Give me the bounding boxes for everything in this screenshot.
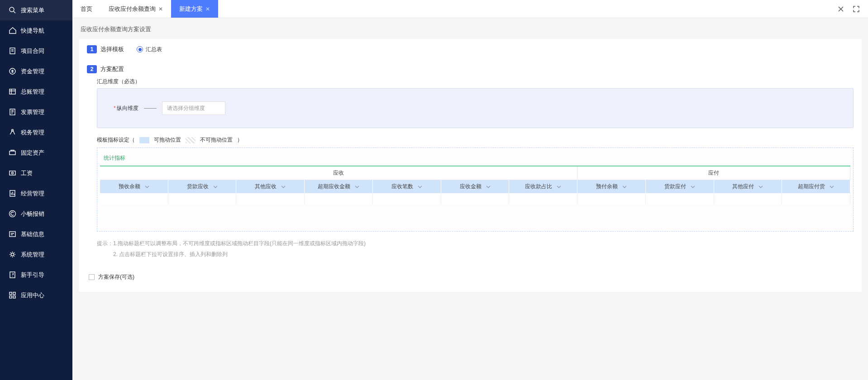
sidebar-item-label: 基础信息 [21,230,44,238]
tab-0[interactable]: 首页 [72,0,100,18]
step-1-badge: 1 [87,45,97,53]
column-header[interactable]: 预付余额 [577,180,646,193]
fullscreen-button[interactable] [851,4,862,14]
template-radio-summary[interactable]: 汇总表 [137,46,162,53]
svg-rect-7 [10,171,15,175]
column-label: 应收笔数 [391,183,413,190]
column-header[interactable]: 预收余额 [100,180,168,193]
column-header[interactable]: 其他应付 [714,180,782,193]
column-label: 货款应付 [664,183,686,190]
asset-icon [8,149,16,157]
chevron-down-icon [557,185,561,188]
sidebar-item-label: 快捷导航 [21,27,44,35]
svg-point-12 [11,253,14,256]
hints: 提示：1.拖动标题栏可以调整布局，不可跨维度或指标区域拖动栏目字段(只能在同一维… [97,238,854,260]
sidebar-item-label: 搜索菜单 [21,6,44,14]
step-2-badge: 2 [87,65,97,73]
tab-bar: 首页应收应付余额查询✕新建方案✕ [72,0,868,18]
apps-icon [8,291,16,299]
tab-2[interactable]: 新建方案✕ [171,0,218,18]
tax-icon [8,128,16,137]
content-area: 应收应付余额查询方案设置 1 选择模板 汇总表 2 方案配置 [72,18,868,380]
sidebar-item-guide[interactable]: 新手引导 [0,265,72,285]
step-2-label: 方案配置 [100,65,124,73]
sidebar-item-label: 资金管理 [21,67,44,76]
sidebar-item-asset[interactable]: 固定资产 [0,142,72,163]
chevron-down-icon [213,185,218,188]
svg-rect-15 [13,292,15,294]
sidebar-item-sys[interactable]: 系统管理 [0,244,72,265]
sidebar-item-label: 新手引导 [21,271,44,279]
info-icon [8,230,16,238]
sidebar-item-ledger[interactable]: 总账管理 [0,81,72,102]
column-body-cell [577,193,646,204]
column-label: 应收金额 [460,183,482,190]
column-header[interactable]: 超期应付货 [782,180,850,193]
step-2-row: 2 方案配置 [87,65,854,73]
tab-1[interactable]: 应收应付余额查询✕ [100,0,171,18]
sidebar-item-apps[interactable]: 应用中心 [0,285,72,305]
sidebar-item-biz[interactable]: 经营管理 [0,183,72,204]
column-header[interactable]: 货款应收 [168,180,237,193]
tab-label: 首页 [81,5,92,13]
column-body-cell [305,193,373,204]
hint-line-1: 1.拖动标题栏可以调整布局，不可跨维度或指标区域拖动栏目字段(只能在同一维度或指… [113,240,366,247]
template-radio-label: 汇总表 [146,46,162,53]
close-icon[interactable]: ✕ [158,6,163,12]
sidebar-item-search[interactable]: 搜索菜单 [0,0,72,20]
column-header[interactable]: 应收金额 [441,180,510,193]
sidebar-item-c[interactable]: 小畅报销 [0,204,72,224]
chevron-down-icon [830,185,834,188]
column-header[interactable]: 应收笔数 [373,180,441,193]
sidebar-item-label: 应用中心 [21,291,44,299]
table-group-header: 应收 [100,166,577,180]
sidebar-item-label: 系统管理 [21,251,44,259]
sidebar-item-salary[interactable]: 工资 [0,163,72,183]
home-icon [8,27,16,35]
column-label: 其他应付 [732,183,754,190]
column-body-cell [509,193,577,204]
sidebar-item-doc[interactable]: 项目合同 [0,41,72,61]
nondraggable-swatch-icon [186,137,196,143]
dimension-select-placeholder: 请选择分组维度 [167,104,205,112]
step-1-label: 选择模板 [100,45,124,53]
dimension-box: *纵向维度 请选择分组维度 [97,88,854,128]
column-body-cell [782,193,850,204]
column-body-cell [441,193,510,204]
column-label: 超期应付货 [798,183,825,190]
sidebar-item-invoice[interactable]: 发票管理 [0,102,72,122]
indicator-legend: 模板指标设定（ 可拖动位置 不可拖动位置 ） [97,136,854,144]
svg-point-5 [11,129,13,131]
save-scheme-checkbox[interactable] [89,274,95,280]
column-header[interactable]: 货款应付 [646,180,714,193]
sys-icon [8,251,16,259]
svg-point-0 [10,7,14,12]
sidebar-item-info[interactable]: 基础信息 [0,224,72,244]
hint-prefix: 提示： [97,240,113,247]
sidebar-item-money[interactable]: 资金管理 [0,61,72,81]
indicator-legend-label: 模板指标设定（ [97,136,135,144]
sidebar-item-home[interactable]: 快捷导航 [0,20,72,41]
sidebar-item-label: 工资 [21,169,33,177]
dimension-section-label: 汇总维度（必选） [97,78,854,86]
column-label: 其他应收 [255,183,277,190]
sidebar-item-label: 发票管理 [21,108,44,116]
column-header[interactable]: 超期应收金额 [305,180,373,193]
sidebar-item-label: 总账管理 [21,88,44,96]
close-panel-button[interactable] [835,4,846,14]
column-header[interactable]: 应收款占比 [509,180,577,193]
salary-icon [8,169,16,177]
hint-line-2: 2. 点击标题栏下拉可设置排序、插入列和删除列 [113,251,228,257]
sidebar-item-label: 固定资产 [21,149,44,157]
invoice-icon [8,108,16,116]
column-body-cell [100,193,168,204]
column-header[interactable]: 其他应收 [236,180,305,193]
table-group-header: 应付 [577,166,850,180]
main: 首页应收应付余额查询✕新建方案✕ 应收应付余额查询方案设置 1 选择模板 [72,0,868,380]
close-icon[interactable]: ✕ [205,6,210,12]
svg-rect-16 [10,296,12,298]
sidebar: 搜索菜单快捷导航项目合同资金管理总账管理发票管理税务管理固定资产工资经营管理小畅… [0,0,72,380]
config-panel: 1 选择模板 汇总表 2 方案配置 汇总维度（必选） [79,39,862,292]
sidebar-item-tax[interactable]: 税务管理 [0,122,72,142]
dimension-select[interactable]: 请选择分组维度 [162,101,225,115]
